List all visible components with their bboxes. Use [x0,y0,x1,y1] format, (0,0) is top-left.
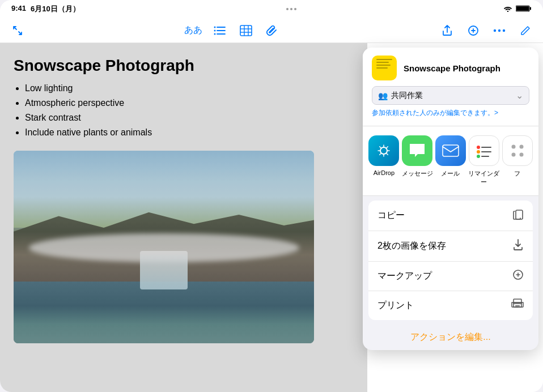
svg-rect-34 [515,305,520,306]
svg-rect-31 [516,210,523,219]
svg-point-18 [503,29,505,31]
share-title: Snowscape Photograph [404,63,500,73]
svg-point-0 [507,10,508,11]
copy-label: コピー [377,210,405,221]
note-image [14,151,314,343]
share-header-top: Snowscape Photograph [372,56,529,80]
copy-icon [512,208,524,223]
reminders-label: リマインダー [467,169,500,186]
attach-button[interactable] [264,22,281,39]
messages-icon [402,135,432,166]
more-app[interactable]: フ [500,135,534,186]
svg-point-29 [511,153,515,157]
share-panel: Snowscape Photograph 👥 共同作業 ⌄ 参加依頼された人のみ… [363,48,538,350]
toolbar-left [9,22,26,39]
share-actions-list: コピー 2枚の画像を保存 [368,201,533,320]
print-label: プリント [377,300,414,312]
collaboration-label-group: 👥 共同作業 [378,91,423,101]
svg-point-21 [477,146,480,149]
toolbar-center: ああ [184,22,281,39]
mail-label: メール [441,169,460,178]
table-button[interactable] [237,22,254,39]
svg-point-16 [494,29,496,31]
battery-icon [516,5,532,14]
save-images-label: 2枚の画像を保存 [377,240,446,252]
print-icon [511,299,524,313]
save-images-action[interactable]: 2枚の画像を保存 [368,231,533,262]
toolbar-right [439,22,534,39]
airdrop-icon [368,135,399,166]
share-button[interactable] [439,22,456,39]
dot-2 [290,8,292,10]
svg-rect-35 [515,307,518,308]
messages-label: メッセージ [402,169,433,178]
collaboration-selector[interactable]: 👥 共同作業 ⌄ [372,86,529,105]
svg-point-22 [477,150,480,154]
more-button[interactable] [491,22,508,39]
status-center [286,8,296,10]
note-app-icon [372,56,397,80]
status-date: 6月10日（月） [31,4,80,14]
status-time: 9:41 [11,4,26,14]
chevron-down-icon: ⌄ [516,90,523,101]
svg-point-4 [214,26,216,28]
status-bar-right [503,5,532,14]
svg-rect-20 [443,145,459,156]
airdrop-label: AirDrop [374,169,394,176]
messages-app[interactable]: メッセージ [401,135,434,186]
svg-rect-3 [516,6,529,11]
airdrop-app[interactable]: AirDrop [367,135,401,186]
svg-point-23 [477,155,480,158]
edit-button[interactable] [517,22,534,39]
share-apps-row: AirDrop メッセージ [363,126,538,196]
markup-action-icon [512,269,524,283]
print-action[interactable]: プリント [368,291,533,320]
mail-app[interactable]: メール [434,135,468,186]
dot-3 [294,8,296,10]
status-bar-left: 9:41 6月10日（月） [11,4,80,14]
svg-point-8 [214,33,216,35]
reminders-icon [469,135,499,166]
edit-actions-button[interactable]: アクションを編集... [363,325,538,350]
more-apps-icon [502,135,533,166]
svg-rect-10 [240,25,252,36]
mail-icon [435,135,466,166]
svg-point-17 [498,29,500,31]
svg-point-27 [511,145,515,149]
svg-point-6 [214,29,216,31]
main-content: Snowscape Photograph Low lighting Atmosp… [0,43,543,392]
markup-button[interactable] [465,22,482,39]
toolbar: ああ [0,18,543,43]
status-bar: 9:41 6月10日（月） [0,0,543,18]
share-header: Snowscape Photograph 👥 共同作業 ⌄ 参加依頼された人のみ… [363,48,538,126]
markup-action-label: マークアップ [377,270,432,282]
reminders-app[interactable]: リマインダー [467,135,500,186]
people-icon: 👥 [378,91,388,100]
save-icon [512,238,524,254]
svg-point-28 [519,145,523,149]
svg-rect-33 [514,299,521,304]
svg-rect-2 [529,7,531,10]
copy-action[interactable]: コピー [368,201,533,231]
collaboration-label: 共同作業 [391,91,423,101]
svg-point-30 [519,153,523,157]
more-apps-label: フ [514,169,520,178]
permission-text[interactable]: 参加依頼された人のみが編集できます。> [372,108,529,118]
list-button[interactable] [211,22,228,39]
share-sheet: Snowscape Photograph 👥 共同作業 ⌄ 参加依頼された人のみ… [350,43,543,392]
dot-1 [286,8,289,10]
collapse-button[interactable] [9,22,26,39]
ipad-frame: 9:41 6月10日（月） [0,0,543,392]
text-style-button[interactable]: ああ [184,24,202,36]
markup-action[interactable]: マークアップ [368,262,533,291]
wifi-icon [503,5,512,14]
